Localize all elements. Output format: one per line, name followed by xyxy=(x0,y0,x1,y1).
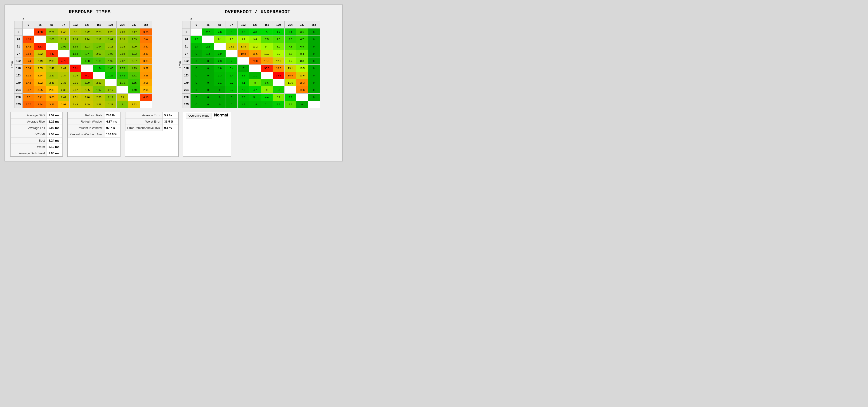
zero-255-row: 0-255-0 7.53 ms xyxy=(11,131,63,137)
table-row: 02.74.633.34.854.75.46.50 xyxy=(182,29,320,36)
matrix-cell: 6.5 xyxy=(296,29,308,36)
matrix-cell: 0 xyxy=(308,50,320,57)
col-header-51: 51 xyxy=(46,21,58,29)
matrix-cell: 18.4 xyxy=(285,72,296,79)
os-matrix-table: 026517710212815317920423025502.74.633.34… xyxy=(182,21,320,108)
matrix-cell: 3.42 xyxy=(23,43,34,50)
matrix-cell: 0 xyxy=(214,94,226,101)
table-row: 04.382.212.452.32.222.232.252.232.173.76 xyxy=(14,29,152,36)
matrix-cell: 4.63 xyxy=(34,43,46,50)
matrix-cell: 2.42 xyxy=(46,65,58,72)
table-row: 7701.31.919.816.612.2108.88.40 xyxy=(182,50,320,57)
matrix-cell: 0 xyxy=(308,79,320,86)
table-row: 179001.12.74.186.611.618.30 xyxy=(182,79,320,86)
matrix-cell: 0 xyxy=(191,101,202,108)
matrix-cell: 2.03 xyxy=(93,50,105,57)
matrix-cell xyxy=(81,65,93,72)
matrix-cell: 0 xyxy=(214,101,226,108)
avg-g2g-value: 2.59 ms xyxy=(47,112,63,119)
matrix-cell: 3.25 xyxy=(34,86,46,94)
row-header-51: 51 xyxy=(14,43,23,50)
row-header-179: 179 xyxy=(182,79,191,86)
matrix-cell: 0 xyxy=(191,72,202,79)
matrix-cell: 1.42 xyxy=(117,72,128,79)
matrix-cell xyxy=(140,101,152,108)
matrix-cell xyxy=(117,86,128,94)
matrix-cell: 0 xyxy=(202,79,214,86)
rt-to-label: To xyxy=(21,17,169,21)
stats-row: Average G2G 2.59 ms Average Rise 2.25 ms… xyxy=(10,112,337,157)
matrix-cell: 3.47 xyxy=(23,86,34,94)
matrix-cell: 7.6 xyxy=(285,101,296,108)
matrix-cell: 3.35 xyxy=(140,50,152,57)
matrix-cell: 2.17 xyxy=(105,86,117,94)
row-header-179: 179 xyxy=(14,79,23,86)
col-header-128: 128 xyxy=(249,21,261,29)
matrix-cell: 2.22 xyxy=(81,29,93,36)
col-header-128: 128 xyxy=(81,21,93,29)
error-stats-block: Average Error 5.7 % Worst Error 33.5 % E… xyxy=(125,112,179,157)
matrix-cell: 10.5 xyxy=(296,65,308,72)
matrix-cell: 2.46 xyxy=(81,94,93,101)
matrix-cell: 0 xyxy=(226,101,238,108)
matrix-cell xyxy=(249,65,261,72)
refresh-window-label: Refresh Window xyxy=(68,119,104,125)
matrix-cell: 0 xyxy=(191,57,202,65)
matrix-cell: 12.2 xyxy=(261,50,273,57)
matrix-cell: 2.1 xyxy=(261,101,273,108)
col-header-204: 204 xyxy=(117,21,128,29)
matrix-cell: 1.5 xyxy=(238,101,249,108)
percent-in-window-plus-value: 100.0 % xyxy=(104,131,120,137)
col-header-179: 179 xyxy=(273,21,285,29)
matrix-cell: 3.36 xyxy=(46,101,58,108)
percent-in-window-label: Percent In Window xyxy=(68,125,104,131)
matrix-cell xyxy=(23,29,34,36)
avg-fall-value: 2.93 ms xyxy=(47,125,63,131)
matrix-cell: 0 xyxy=(238,65,249,72)
matrix-cell: 9.9 xyxy=(238,36,249,43)
matrix-cell: 16.5 xyxy=(261,57,273,65)
matrix-cell: 0 xyxy=(308,29,320,36)
matrix-cell: 4.7 xyxy=(273,29,285,36)
matrix-cell: 0 xyxy=(202,101,214,108)
matrix-cell: 0 xyxy=(191,79,202,86)
matrix-cell xyxy=(202,36,214,43)
matrix-cell: 0 xyxy=(308,94,320,101)
matrix-cell: 0 xyxy=(296,101,308,108)
matrix-cell: 2.39 xyxy=(93,101,105,108)
matrix-cell: 2.12 xyxy=(105,94,117,101)
matrix-cell: 2.03 xyxy=(128,36,140,43)
matrix-cell: 3.77 xyxy=(23,101,34,108)
matrix-cell: 0 xyxy=(191,86,202,94)
matrix-cell: 0 xyxy=(191,65,202,72)
row-header-102: 102 xyxy=(14,57,23,65)
avg-fall-label: Average Fall xyxy=(11,125,47,131)
matrix-cell: 2.51 xyxy=(70,94,81,101)
matrix-cell xyxy=(70,57,81,65)
matrix-cell: 3.47 xyxy=(140,43,152,50)
matrix-cell: 0 xyxy=(191,94,202,101)
matrix-cell: 2.27 xyxy=(46,72,58,79)
matrix-cell: 8.4 xyxy=(296,50,308,57)
matrix-cell xyxy=(296,94,308,101)
matrix-cell: 2.36 xyxy=(93,94,105,101)
matrix-cell xyxy=(238,57,249,65)
percent-in-window-value: 92.7 % xyxy=(104,125,120,131)
matrix-cell: 2.94 xyxy=(140,86,152,94)
avg-rise-row: Average Rise 2.25 ms xyxy=(11,119,63,125)
matrix-cell: 6.7 xyxy=(296,36,308,43)
row-header-153: 153 xyxy=(14,72,23,79)
table-row: 102002.3223.816.512.99.78.80 xyxy=(182,57,320,65)
row-header-0: 0 xyxy=(182,29,191,36)
worst-error-label: Worst Error xyxy=(125,119,162,125)
overdrive-block: Overdrive Mode Normal xyxy=(183,112,231,157)
matrix-cell: 2.62 xyxy=(128,101,140,108)
matrix-cell: 4.4 xyxy=(261,94,273,101)
matrix-cell: 4.42 xyxy=(46,50,58,57)
matrix-cell xyxy=(308,101,320,108)
matrix-cell: 2.23 xyxy=(117,29,128,36)
col-header-26: 26 xyxy=(34,21,46,29)
refresh-stats-table: Refresh Rate 240 Hz Refresh Window 4.17 … xyxy=(68,112,120,137)
avg-dark-label: Average Dark Level xyxy=(11,150,47,156)
matrix-cell: 3.22 xyxy=(140,65,152,72)
